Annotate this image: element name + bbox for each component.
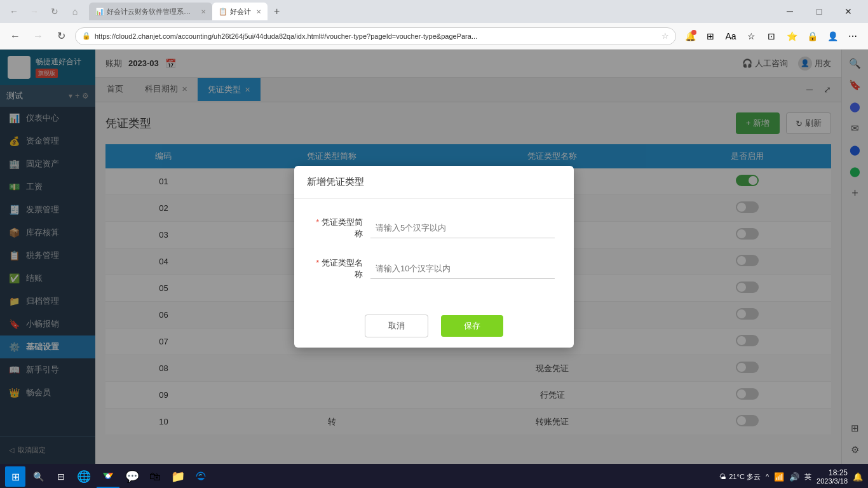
profile-icon[interactable]: 👤	[824, 27, 841, 45]
lock-icon: 🔒	[82, 32, 91, 40]
taskbar-right: 🌤 21°C 多云 ^ 📶 🔊 英 18:25 2023/3/18 🔔	[719, 468, 863, 485]
url-bar[interactable]: 🔒 https://cloud2.chanjet.com/accounting/…	[75, 27, 676, 45]
form-row-abbr: * 凭证类型简称	[313, 217, 555, 240]
modal: 新增凭证类型 * 凭证类型简称 * 凭证类型名称 取消 保存	[294, 166, 574, 348]
url-text: https://cloud2.chanjet.com/accounting/uh…	[95, 32, 658, 40]
taskbar-weather: 🌤 21°C 多云	[719, 472, 761, 482]
cancel-button[interactable]: 取消	[365, 315, 428, 337]
tab1-icon: 📊	[95, 8, 104, 16]
ext-icon-4[interactable]: ☆	[742, 27, 760, 45]
taskbar-edge[interactable]: 🌐	[74, 466, 94, 487]
nav-back-addr[interactable]: ←	[6, 27, 24, 45]
ext-icon-7[interactable]: 🔒	[803, 27, 821, 45]
taskbar-edge2[interactable]	[191, 466, 211, 487]
taskbar-multiwin[interactable]: ⊟	[51, 466, 71, 487]
weather-icon: 🌤	[719, 473, 726, 480]
modal-footer: 取消 保存	[294, 304, 574, 348]
win-close[interactable]: ✕	[834, 0, 863, 23]
tab1-title: 好会计云财务软件管理系统_会计	[107, 7, 196, 17]
start-btn[interactable]: ⊞	[5, 466, 25, 487]
ext-icon-6[interactable]: ⭐	[783, 27, 801, 45]
name-label: * 凭证类型名称	[313, 257, 370, 280]
nav-forward-addr[interactable]: →	[29, 27, 47, 45]
browser-tab-1[interactable]: 📊 好会计云财务软件管理系统_会计 ✕	[89, 3, 212, 20]
ext-icon-3[interactable]: Aa	[722, 27, 740, 45]
abbr-input[interactable]	[370, 218, 555, 238]
nav-home[interactable]: ⌂	[66, 3, 84, 20]
new-tab-btn[interactable]: +	[268, 6, 286, 17]
nav-refresh-addr[interactable]: ↻	[52, 27, 70, 45]
tab2-title: 好会计	[230, 7, 251, 17]
modal-title: 新增凭证类型	[307, 176, 364, 187]
nav-refresh[interactable]: ↻	[46, 3, 64, 20]
taskbar-time-date: 18:25 2023/3/18	[817, 468, 848, 485]
taskbar-search[interactable]: 🔍	[28, 466, 48, 487]
name-required: *	[316, 258, 322, 268]
taskbar-store[interactable]: 🛍	[145, 466, 165, 487]
taskbar-date: 2023/3/18	[817, 477, 848, 485]
svg-point-1	[106, 474, 110, 478]
taskbar-files[interactable]: 📁	[168, 466, 188, 487]
win-minimize[interactable]: ─	[775, 0, 804, 23]
taskbar-up-arrow[interactable]: ^	[766, 473, 769, 480]
abbr-label: * 凭证类型简称	[313, 217, 370, 240]
taskbar-time: 18:25	[817, 468, 848, 477]
name-input[interactable]	[370, 259, 555, 279]
tab2-close[interactable]: ✕	[256, 8, 261, 15]
menu-icon[interactable]: ⋯	[844, 27, 862, 45]
taskbar-wifi-icon[interactable]: 📶	[774, 472, 784, 482]
modal-header: 新增凭证类型	[294, 166, 574, 199]
browser-controls: ← → ↻ ⌂	[5, 3, 84, 20]
taskbar: ⊞ 🔍 ⊟ 🌐 💬 🛍 📁 🌤 21°C 多云 ^ 📶 🔊 英 18:25 20…	[0, 464, 868, 488]
form-row-name: * 凭证类型名称	[313, 257, 555, 280]
taskbar-chrome[interactable]	[97, 465, 119, 488]
tab1-close[interactable]: ✕	[201, 8, 206, 15]
address-bar: ← → ↻ 🔒 https://cloud2.chanjet.com/accou…	[0, 23, 868, 50]
ext-icon-1[interactable]: 🔔	[681, 27, 699, 45]
nav-back[interactable]: ←	[5, 3, 23, 20]
taskbar-sound-icon[interactable]: 🔊	[789, 472, 799, 482]
save-button[interactable]: 保存	[441, 315, 503, 337]
tab2-icon: 📋	[219, 8, 227, 16]
browser-tab-2[interactable]: 📋 好会计 ✕	[212, 3, 268, 20]
ext-icon-5[interactable]: ⊡	[763, 27, 780, 45]
browser-chrome: ← → ↻ ⌂ 📊 好会计云财务软件管理系统_会计 ✕ 📋 好会计 ✕ + ─ …	[0, 0, 868, 23]
modal-overlay: 新增凭证类型 * 凭证类型简称 * 凭证类型名称 取消 保存	[0, 50, 868, 464]
taskbar-notif[interactable]: 🔔	[853, 472, 863, 482]
ext-icon-2[interactable]: ⊞	[702, 27, 719, 45]
abbr-required: *	[316, 217, 322, 227]
nav-forward[interactable]: →	[25, 3, 43, 20]
taskbar-lang[interactable]: 英	[804, 472, 811, 482]
win-controls: ─ □ ✕	[775, 0, 863, 23]
fav-icon[interactable]: ☆	[661, 31, 669, 41]
win-maximize[interactable]: □	[804, 0, 834, 23]
modal-body: * 凭证类型简称 * 凭证类型名称	[294, 199, 574, 304]
weather-text: 21°C 多云	[729, 472, 761, 482]
taskbar-wechat[interactable]: 💬	[122, 466, 142, 487]
extensions-area: 🔔 ⊞ Aa ☆ ⊡ ⭐ 🔒 👤 ⋯	[681, 27, 862, 45]
